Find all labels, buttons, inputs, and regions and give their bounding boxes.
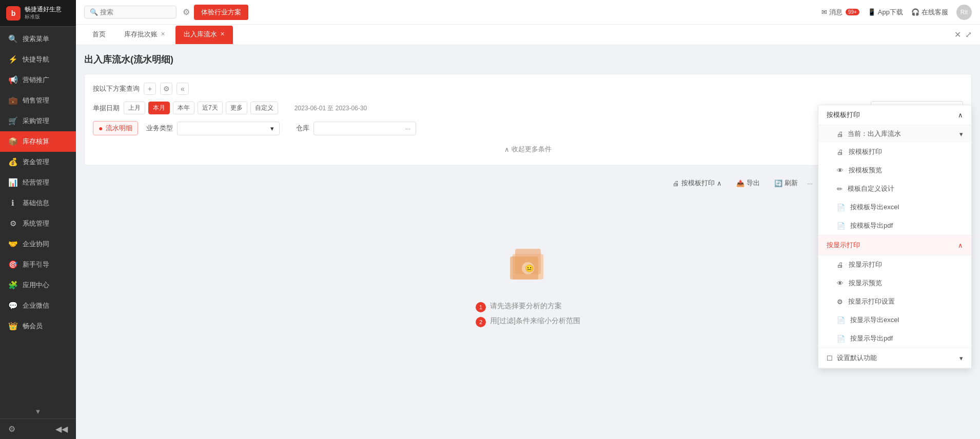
dropdown-item-display-preview[interactable]: 👁 按显示预览 (818, 274, 971, 292)
date-btn-7days[interactable]: 近7天 (198, 102, 223, 114)
app-download-button[interactable]: 📱 App下载 (868, 8, 903, 17)
sidebar-item-label: 经营管理 (23, 178, 49, 187)
date-btn-this-month[interactable]: 本月 (148, 102, 170, 114)
dropdown-item-template-print[interactable]: 🖨 按模板打印 (818, 143, 971, 161)
refresh-label: 刷新 (785, 178, 798, 188)
empty-illustration: 😐 (502, 238, 554, 291)
display-settings-label: 按显示打印设置 (848, 297, 895, 306)
filter-add-button[interactable]: + (144, 83, 156, 95)
dropdown-default-func[interactable]: ☐ 设置默认功能 ▾ (818, 348, 971, 368)
sidebar-item-operations[interactable]: 📊 经营管理 (0, 172, 76, 193)
sidebar-item-finance[interactable]: 💰 资金管理 (0, 152, 76, 172)
sidebar-item-wechat[interactable]: 💬 企业微信 (0, 295, 76, 316)
sidebar-item-guide[interactable]: 🎯 新手引导 (0, 254, 76, 275)
app-logo-icon: b (6, 6, 21, 21)
headphone-icon: 🎧 (911, 8, 919, 16)
sidebar-item-vip[interactable]: 👑 畅会员 (0, 316, 76, 336)
filter-date-range-container: 2023-06-01 至 2023-06-30 (295, 103, 367, 113)
date-label: 单据日期 (93, 104, 120, 113)
display-print-icon: 🖨 (837, 261, 844, 269)
sidebar-item-label: 企业协同 (23, 240, 49, 249)
date-btn-more[interactable]: 更多 (226, 102, 247, 114)
message-button[interactable]: ✉ 消息 99+ (821, 8, 859, 17)
template-custom-label: 模板自定义设计 (848, 184, 894, 193)
tab-home[interactable]: 首页 (84, 26, 114, 44)
date-btn-this-year[interactable]: 本年 (173, 102, 194, 114)
sidebar-scroll-down[interactable]: ▼ (0, 405, 76, 418)
sidebar-bottom: ⚙ ◀◀ (0, 418, 76, 439)
sidebar-item-purchase[interactable]: 🛒 采购管理 (0, 111, 76, 131)
app-name: 畅捷通好生意 (25, 6, 62, 14)
main-content: 🔍 ⚙ 体验行业方案 ✉ 消息 99+ 📱 App下载 🎧 在线客服 Rit (76, 0, 980, 439)
dropdown-item-template-custom[interactable]: ✏ 模板自定义设计 (818, 179, 971, 198)
vip-icon: 👑 (8, 322, 17, 331)
warehouse-more-icon[interactable]: ··· (405, 125, 411, 132)
biztype-select[interactable]: ▾ (177, 122, 280, 135)
dropdown-item-display-pdf[interactable]: 📄 按显示导出pdf (818, 329, 971, 348)
tab-flow[interactable]: 出入库流水 ✕ (175, 26, 233, 44)
date-btn-custom[interactable]: 自定义 (250, 102, 278, 114)
sidebar-item-shortcut[interactable]: ⚡ 快捷导航 (0, 49, 76, 70)
display-pdf-label: 按显示导出pdf (850, 334, 893, 343)
sales-icon: 💼 (8, 96, 17, 105)
sidebar-item-sales[interactable]: 💼 销售管理 (0, 90, 76, 111)
tab-maximize-icon[interactable]: ⤢ (965, 30, 972, 39)
search-icon: 🔍 (8, 34, 17, 44)
tab-batch-close[interactable]: ✕ (161, 31, 165, 37)
filter-settings-button[interactable]: ⚙ (160, 83, 172, 95)
template-custom-icon: ✏ (837, 185, 842, 193)
message-label: 消息 (829, 8, 842, 17)
search-input[interactable] (100, 8, 162, 16)
display-settings-icon: ⚙ (837, 298, 843, 306)
more-options-icon[interactable]: ··· (807, 179, 813, 187)
filter-label: 按以下方案查询 (93, 84, 140, 93)
sidebar-item-basic[interactable]: ℹ 基础信息 (0, 193, 76, 213)
display-section-arrow: ∧ (958, 242, 963, 249)
warehouse-select[interactable]: ··· (313, 122, 416, 135)
filter-chip-liushui[interactable]: ● 流水明细 (93, 121, 138, 135)
online-service-button[interactable]: 🎧 在线客服 (911, 8, 948, 17)
search-icon: 🔍 (90, 8, 98, 16)
topbar-gear-icon[interactable]: ⚙ (183, 7, 190, 17)
dropdown-header[interactable]: 按模板打印 ∧ (818, 105, 971, 125)
tab-close-all-icon[interactable]: ✕ (954, 30, 961, 39)
sidebar-item-system[interactable]: ⚙ 系统管理 (0, 213, 76, 234)
template-preview-label: 按模板预览 (849, 166, 882, 175)
print-template-button[interactable]: 🖨 按模板打印 ∧ (668, 176, 727, 190)
dropdown-item-template-preview[interactable]: 👁 按模板预览 (818, 161, 971, 179)
sidebar-collapse-icon[interactable]: ◀◀ (55, 424, 68, 434)
print-up-icon: ∧ (717, 179, 722, 187)
user-avatar[interactable]: Rit (956, 5, 972, 20)
filter-collapse-button[interactable]: « (177, 83, 189, 95)
trial-button[interactable]: 体验行业方案 (194, 5, 248, 20)
export-button[interactable]: 📤 导出 (731, 176, 765, 190)
tab-batch[interactable]: 库存批次账 ✕ (116, 26, 173, 44)
search-box[interactable]: 🔍 (84, 6, 177, 18)
dropdown-up-icon: ∧ (958, 111, 963, 119)
dropdown-current-label[interactable]: 🖨 当前：出入库流水 ▾ (818, 125, 971, 143)
step-2-text: 用[过滤]条件来缩小分析范围 (490, 316, 580, 326)
dropdown-item-template-pdf[interactable]: 📄 按模板导出pdf (818, 216, 971, 235)
export-label: 导出 (747, 178, 760, 188)
marketing-icon: 📢 (8, 75, 17, 85)
dropdown-display-header[interactable]: 按显示打印 ∧ (818, 235, 971, 255)
dropdown-item-display-print[interactable]: 🖨 按显示打印 (818, 255, 971, 274)
tabbar: 首页 库存批次账 ✕ 出入库流水 ✕ ✕ ⤢ (76, 25, 980, 45)
sidebar-item-label: 基础信息 (23, 198, 49, 208)
sidebar-item-marketing[interactable]: 📢 营销推广 (0, 70, 76, 90)
sidebar-item-apps[interactable]: 🧩 应用中心 (0, 275, 76, 295)
sidebar-item-inventory[interactable]: 📦 库存核算 (0, 131, 76, 152)
sidebar-item-cooperation[interactable]: 🤝 企业协同 (0, 234, 76, 254)
dropdown-item-display-settings[interactable]: ⚙ 按显示打印设置 (818, 292, 971, 311)
sidebar-settings-icon[interactable]: ⚙ (8, 424, 15, 434)
step-2-num: 2 (476, 317, 486, 327)
default-func-label: 设置默认功能 (837, 353, 877, 363)
refresh-button[interactable]: 🔄 刷新 (769, 176, 803, 190)
tab-flow-close[interactable]: ✕ (220, 31, 225, 37)
sidebar-item-search[interactable]: 🔍 搜索菜单 (0, 29, 76, 49)
dropdown-item-display-excel[interactable]: 📄 按显示导出excel (818, 311, 971, 329)
shortcut-icon: ⚡ (8, 55, 17, 64)
dropdown-item-template-excel[interactable]: 📄 按模板导出excel (818, 198, 971, 216)
sidebar-nav: 🔍 搜索菜单 ⚡ 快捷导航 📢 营销推广 💼 销售管理 🛒 采购管理 📦 库存核… (0, 27, 76, 405)
date-btn-last-month[interactable]: 上月 (124, 102, 145, 114)
